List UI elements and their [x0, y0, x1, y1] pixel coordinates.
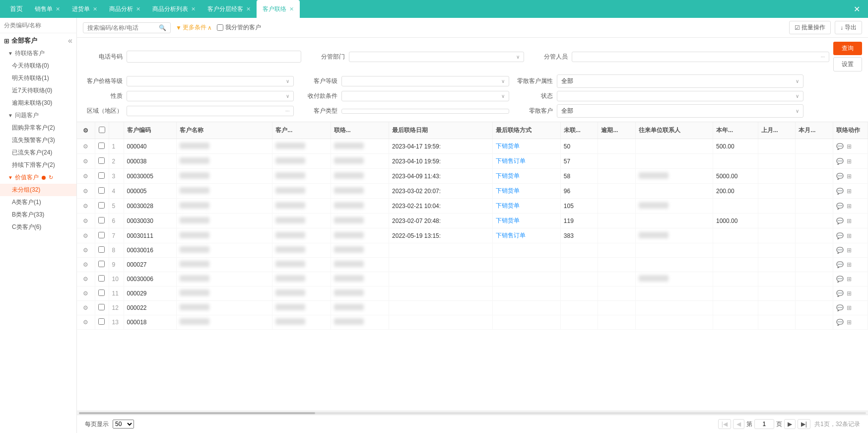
table-cell[interactable]: ⚙ [77, 258, 95, 272]
settings-col-header[interactable]: ⚙ [77, 122, 95, 139]
my-customers-checkbox[interactable] [217, 24, 223, 31]
select-all-checkbox[interactable] [99, 127, 105, 133]
row-settings-icon[interactable]: ⚙ [83, 247, 88, 254]
refresh-icon[interactable]: ↻ [49, 174, 53, 181]
last-contact-type-link[interactable]: 下销售订单 [496, 232, 526, 239]
table-cell[interactable]: ⚙ [77, 228, 95, 243]
table-cell[interactable]: ⚙ [77, 169, 95, 184]
customer-segment-tab[interactable]: 客户分层经客 ✕ [201, 0, 257, 18]
this-month-col-header[interactable]: 本月... [796, 122, 833, 139]
dept-select[interactable]: ∨ [349, 52, 524, 62]
table-cell[interactable] [95, 214, 109, 228]
last-contact-type-link[interactable]: 下销货单 [496, 172, 520, 179]
first-page-button[interactable]: |◀ [718, 419, 731, 429]
sidebar-item-declining[interactable]: 持续下滑客户(2) [0, 159, 76, 171]
row-checkbox[interactable] [98, 157, 105, 164]
this-year-col-header[interactable]: 本年... [713, 122, 758, 139]
row-checkbox[interactable] [98, 232, 105, 238]
sidebar-item-churn-warning[interactable]: 流失预警客户(3) [0, 134, 76, 146]
grid-action-icon[interactable]: ⊞ [847, 276, 852, 283]
per-page-select[interactable]: 50 100 [113, 420, 134, 429]
grid-action-icon[interactable]: ⊞ [847, 319, 852, 326]
table-cell[interactable]: ⚙ [77, 139, 95, 154]
table-cell[interactable]: 下销货单 [493, 199, 561, 214]
table-cell[interactable] [95, 315, 109, 330]
last-contact-date-col-header[interactable]: 最后联络日期 [389, 122, 493, 139]
last-contact-type-link[interactable]: 下销货单 [496, 143, 520, 149]
next-page-button[interactable]: ▶ [784, 419, 796, 429]
price-level-select[interactable]: ∨ [127, 76, 294, 86]
contact-action-col-header[interactable]: 联络动作 [833, 122, 868, 139]
table-cell[interactable] [95, 169, 109, 184]
grid-action-icon[interactable]: ⊞ [847, 261, 852, 268]
customer-contact-tab-close[interactable]: ✕ [289, 6, 294, 12]
message-action-icon[interactable]: 💬 [836, 261, 844, 268]
row-checkbox[interactable] [98, 217, 105, 223]
message-action-icon[interactable]: 💬 [836, 319, 844, 326]
customer-segment-tab-close[interactable]: ✕ [246, 6, 251, 12]
row-settings-icon[interactable]: ⚙ [83, 304, 88, 311]
home-tab[interactable]: 首页 [4, 4, 29, 13]
scatter-customer-select[interactable]: 全部∨ [557, 104, 803, 118]
row-checkbox[interactable] [98, 275, 105, 282]
analysis-list-tab[interactable]: 商品分析列表 ✕ [146, 0, 201, 18]
table-cell[interactable]: ⚙ [77, 272, 95, 287]
message-action-icon[interactable]: 💬 [836, 290, 844, 297]
sidebar-item-ungroup[interactable]: 未分组(32) [0, 184, 76, 196]
checkbox-col-header[interactable] [95, 122, 109, 139]
message-action-icon[interactable]: 💬 [836, 173, 844, 180]
sidebar-item-class-b[interactable]: B类客户(33) [0, 209, 76, 221]
message-action-icon[interactable]: 💬 [836, 188, 844, 195]
nav-close-button[interactable]: ✕ [850, 4, 864, 14]
sidebar-item-class-c[interactable]: C类客户(6) [0, 221, 76, 233]
table-cell[interactable]: ⚙ [77, 154, 95, 169]
sidebar-item-abnormal[interactable]: 固购异常客户(2) [0, 122, 76, 134]
region-select[interactable]: ··· [127, 106, 294, 116]
sidebar-item-churned[interactable]: 已流失客户(24) [0, 146, 76, 159]
last-contact-type-link[interactable]: 下销货单 [496, 217, 520, 224]
sidebar-item-tomorrow-pending[interactable]: 明天待联络(1) [0, 72, 76, 84]
filter-more-btn[interactable]: ▼ 更多条件 ∧ [176, 23, 212, 32]
message-action-icon[interactable]: 💬 [836, 304, 844, 311]
nature-select[interactable]: ∨ [127, 91, 294, 101]
all-customers-label[interactable]: 全部客户 [11, 36, 37, 45]
grid-action-icon[interactable]: ⊞ [847, 143, 852, 150]
query-button[interactable]: 查询 [833, 42, 862, 55]
table-cell[interactable]: 下销货单 [493, 214, 561, 228]
table-cell[interactable]: 下销售订单 [493, 228, 561, 243]
analysis-tab[interactable]: 商品分析 ✕ [103, 0, 146, 18]
message-action-icon[interactable]: 💬 [836, 217, 844, 224]
row-checkbox[interactable] [98, 143, 105, 149]
table-cell[interactable] [95, 243, 109, 258]
message-action-icon[interactable]: 💬 [836, 247, 844, 254]
row-settings-icon[interactable]: ⚙ [83, 173, 88, 180]
grid-action-icon[interactable]: ⊞ [847, 232, 852, 239]
sidebar-item-today-pending[interactable]: 今天待联络(0) [0, 60, 76, 72]
sales-tab[interactable]: 销售单 ✕ [29, 0, 66, 18]
message-action-icon[interactable]: 💬 [836, 143, 844, 150]
row-settings-icon[interactable]: ⚙ [83, 319, 88, 326]
customer-code-col-header[interactable]: 客户编码 [124, 122, 177, 139]
last-month-col-header[interactable]: 上月... [758, 122, 796, 139]
message-action-icon[interactable]: 💬 [836, 203, 844, 210]
row-settings-icon[interactable]: ⚙ [83, 188, 88, 195]
purchase-tab-close[interactable]: ✕ [93, 6, 97, 12]
table-cell[interactable]: ⚙ [77, 243, 95, 258]
message-action-icon[interactable]: 💬 [836, 276, 844, 283]
table-cell[interactable]: 下销售订单 [493, 154, 561, 169]
row-checkbox[interactable] [98, 304, 105, 310]
batch-operations-button[interactable]: ☑ 批量操作 [789, 21, 831, 34]
uncontacted-col-header[interactable]: 未联... [560, 122, 598, 139]
last-page-button[interactable]: ▶| [798, 419, 810, 429]
message-action-icon[interactable]: 💬 [836, 158, 844, 165]
table-cell[interactable]: ⚙ [77, 214, 95, 228]
table-cell[interactable] [95, 154, 109, 169]
row-checkbox[interactable] [98, 261, 105, 267]
scrollbar-track[interactable] [79, 412, 866, 414]
sidebar-item-class-a[interactable]: A类客户(1) [0, 196, 76, 209]
grid-action-icon[interactable]: ⊞ [847, 203, 852, 210]
sidebar-item-overdue-pending[interactable]: 逾期未联络(30) [0, 97, 76, 109]
message-action-icon[interactable]: 💬 [836, 232, 844, 239]
row-checkbox[interactable] [98, 202, 105, 209]
row-settings-icon[interactable]: ⚙ [83, 158, 88, 165]
